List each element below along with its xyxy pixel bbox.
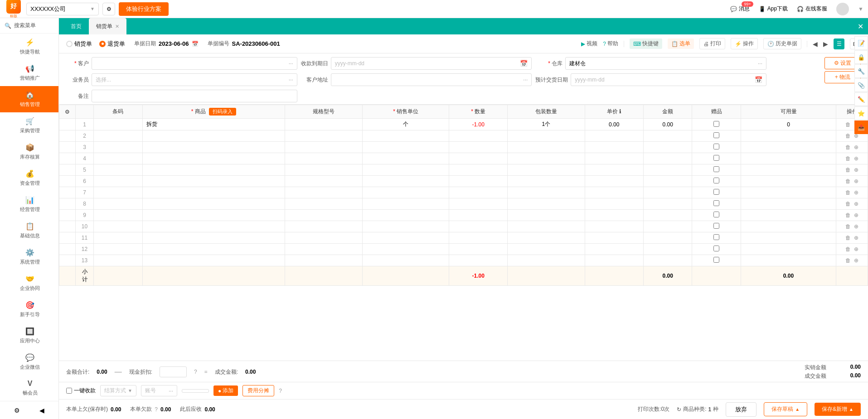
row-unit-cell[interactable]: [362, 164, 449, 176]
row-gift-cell[interactable]: [692, 153, 741, 164]
row-qty-cell[interactable]: [449, 232, 508, 244]
row-price-cell[interactable]: [585, 244, 643, 255]
nav-prev-btn[interactable]: ◀: [813, 40, 818, 48]
row-delete-icon[interactable]: 🗑: [845, 235, 851, 241]
sidebar-item-guide[interactable]: 🎯 新手引导: [0, 296, 58, 323]
row-qty-cell[interactable]: [449, 187, 508, 198]
row-amount-cell[interactable]: [643, 153, 692, 164]
row-copy-icon[interactable]: ⊕: [854, 144, 858, 150]
row-unit-cell[interactable]: [362, 187, 449, 198]
help-circle-icon[interactable]: ?: [194, 369, 197, 375]
row-price-cell[interactable]: [585, 153, 643, 164]
row-goods-cell[interactable]: [142, 176, 285, 187]
row-gift-cell[interactable]: [692, 232, 741, 244]
this-order-debt-help[interactable]: ?: [155, 406, 158, 413]
row-price-cell[interactable]: [585, 176, 643, 187]
row-qty-cell[interactable]: [449, 176, 508, 187]
sidebar-item-quick-nav[interactable]: ⚡ 快捷导航: [0, 34, 58, 60]
row-unit-cell[interactable]: [362, 210, 449, 221]
address-more-icon[interactable]: ···: [523, 77, 528, 83]
online-service-btn[interactable]: 🎧 在线客服: [797, 5, 827, 13]
row-amount-cell[interactable]: [643, 142, 692, 153]
row-unit-cell[interactable]: [362, 153, 449, 164]
row-gift-cell[interactable]: [692, 210, 741, 221]
row-unit-cell[interactable]: 个: [362, 119, 449, 130]
float-edit-btn[interactable]: 📝: [854, 36, 868, 50]
row-barcode-cell[interactable]: [94, 153, 143, 164]
row-qty-cell[interactable]: -1.00: [449, 119, 508, 130]
row-spec-cell[interactable]: [285, 176, 363, 187]
row-goods-cell[interactable]: [142, 198, 285, 210]
row-copy-icon[interactable]: ⊕: [854, 201, 858, 207]
goods-type-stat[interactable]: ↻ 商品种类: 1 种: [677, 405, 718, 413]
row-qty-cell[interactable]: [449, 255, 508, 266]
row-barcode-cell[interactable]: [94, 221, 143, 232]
add-payment-btn[interactable]: ● 添加: [213, 385, 238, 396]
settings-gear-btn[interactable]: ⚙: [102, 3, 115, 15]
sidebar-item-finance[interactable]: 💰 资金管理: [0, 165, 58, 191]
sidebar-item-basic[interactable]: 📋 基础信息: [0, 217, 58, 244]
row-price-cell[interactable]: [585, 198, 643, 210]
row-pkg-cell[interactable]: [507, 153, 585, 164]
more-menu-icon[interactable]: ▼: [858, 6, 863, 12]
row-qty-cell[interactable]: [449, 142, 508, 153]
row-delete-icon[interactable]: 🗑: [845, 155, 851, 162]
row-qty-cell[interactable]: [449, 198, 508, 210]
payment-cal-icon[interactable]: 📅: [520, 60, 528, 67]
row-pkg-cell[interactable]: [507, 244, 585, 255]
row-qty-cell[interactable]: [449, 210, 508, 221]
salesperson-input[interactable]: 选择... ···: [92, 73, 297, 86]
row-spec-cell[interactable]: [285, 164, 363, 176]
row-goods-cell[interactable]: 拆货: [142, 119, 285, 130]
row-spec-cell[interactable]: [285, 119, 363, 130]
row-price-cell[interactable]: [585, 210, 643, 221]
row-copy-icon[interactable]: ⊕: [854, 223, 858, 230]
sidebar-item-purchase[interactable]: 🛒 采购管理: [0, 112, 58, 139]
customer-more-icon[interactable]: ···: [289, 60, 293, 67]
row-amount-cell[interactable]: [643, 244, 692, 255]
sidebar-item-sales[interactable]: 🏠 销售管理: [0, 86, 58, 112]
sidebar-item-operation[interactable]: 📊 经营管理: [0, 191, 58, 217]
sidebar-item-system[interactable]: ⚙️ 系统管理: [0, 244, 58, 270]
row-amount-cell[interactable]: [643, 176, 692, 187]
row-gift-cell[interactable]: [692, 187, 741, 198]
calc-method-select[interactable]: 结算方式 ▼: [100, 385, 136, 396]
sidebar-item-member[interactable]: V 畅会员: [0, 375, 58, 401]
row-amount-cell[interactable]: [643, 164, 692, 176]
float-attach-btn[interactable]: 📎: [854, 78, 868, 92]
save-draft-btn[interactable]: 保存草稿 ▲: [764, 402, 807, 416]
row-price-cell[interactable]: 0.00: [585, 119, 643, 130]
row-pkg-cell[interactable]: [507, 164, 585, 176]
video-btn[interactable]: ▶ 视频: [581, 40, 597, 48]
row-unit-cell[interactable]: [362, 232, 449, 244]
sales-radio-label[interactable]: 销货单: [66, 40, 92, 48]
row-gift-cell[interactable]: [692, 255, 741, 266]
account-more-icon[interactable]: ···: [169, 388, 173, 394]
row-spec-cell[interactable]: [285, 255, 363, 266]
row-barcode-cell[interactable]: [94, 142, 143, 153]
return-radio-label[interactable]: 退货单: [99, 40, 125, 48]
select-btn[interactable]: 📋 选单: [668, 39, 694, 49]
row-goods-cell[interactable]: [142, 244, 285, 255]
row-delete-icon[interactable]: 🗑: [845, 246, 851, 252]
experience-btn[interactable]: 体验行业方案: [119, 2, 169, 16]
row-price-cell[interactable]: [585, 142, 643, 153]
row-pkg-cell[interactable]: 1个: [507, 119, 585, 130]
row-gift-cell[interactable]: [692, 119, 741, 130]
row-delete-icon[interactable]: 🗑: [845, 212, 851, 218]
sidebar-collapse-icon[interactable]: ◀: [39, 407, 44, 414]
delivery-cal-icon[interactable]: 📅: [755, 76, 762, 83]
row-delete-icon[interactable]: 🗑: [845, 144, 851, 150]
row-pkg-cell[interactable]: [507, 130, 585, 142]
row-goods-cell[interactable]: [142, 153, 285, 164]
row-delete-icon[interactable]: 🗑: [845, 189, 851, 196]
row-spec-cell[interactable]: [285, 153, 363, 164]
row-spec-cell[interactable]: [285, 244, 363, 255]
payment-date-input[interactable]: yyyy-mm-dd 📅: [331, 57, 532, 70]
row-goods-cell[interactable]: [142, 187, 285, 198]
row-amount-cell[interactable]: [643, 232, 692, 244]
one-click-checkbox-label[interactable]: 一键收款: [66, 387, 96, 395]
row-delete-icon[interactable]: 🗑: [845, 257, 851, 264]
row-delete-icon[interactable]: 🗑: [845, 121, 851, 128]
row-unit-cell[interactable]: [362, 244, 449, 255]
